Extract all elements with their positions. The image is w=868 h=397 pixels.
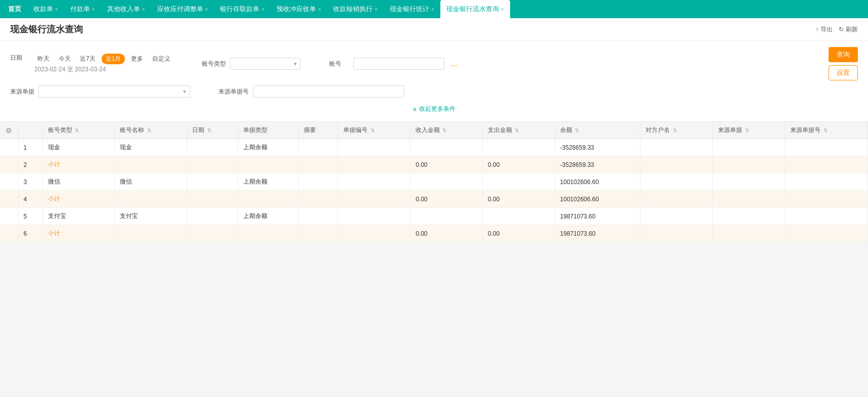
date-btn-1month[interactable]: 近1月: [102, 54, 125, 64]
account-type-select[interactable]: [230, 58, 301, 70]
table-cell: [482, 208, 555, 225]
table-cell: 2: [18, 156, 42, 173]
table-cell: [338, 191, 410, 208]
table-cell: 6: [18, 225, 42, 242]
table-cell: 0.00: [410, 225, 483, 242]
refresh-button[interactable]: ↻ 刷新: [839, 25, 858, 34]
table-cell: [115, 191, 187, 208]
table-cell: [0, 191, 18, 208]
table-cell: 100102606.60: [555, 191, 641, 208]
col-balance[interactable]: 余额 ⇅: [555, 122, 641, 139]
table-cell: 0.00: [410, 156, 483, 173]
close-icon[interactable]: ×: [92, 7, 95, 12]
table-cell: [0, 139, 18, 156]
col-source-doc-no[interactable]: 来源单据号 ⇅: [785, 122, 868, 139]
table-cell: [187, 225, 238, 242]
nav-item-home[interactable]: 首页: [2, 0, 27, 18]
date-options: 昨天 今天 近7天 近1月 更多 自定义: [34, 54, 173, 64]
table-row: 5支付宝支付宝上期余额19871073.60: [0, 208, 868, 225]
table-cell: [338, 173, 410, 191]
source-doc-select[interactable]: [38, 85, 190, 98]
table-cell: [641, 156, 713, 173]
table-cell: 19871073.60: [555, 208, 641, 225]
date-btn-7days[interactable]: 近7天: [77, 54, 99, 64]
close-icon[interactable]: ×: [375, 7, 378, 12]
table-cell: 小计: [42, 225, 115, 242]
header-actions: ↑ 导出 ↻ 刷新: [815, 25, 858, 34]
table-cell: 上期余额: [238, 139, 299, 156]
table-row: 6小计0.000.0019871073.60: [0, 225, 868, 242]
table-cell: [482, 139, 555, 156]
table-cell: [641, 208, 713, 225]
action-buttons: 查询 设置: [829, 47, 858, 80]
table-cell: 现金: [42, 139, 115, 156]
date-btn-more[interactable]: 更多: [128, 54, 146, 64]
table-cell: [0, 208, 18, 225]
export-button[interactable]: ↑ 导出: [815, 25, 833, 34]
refresh-icon: ↻: [839, 26, 844, 33]
table-header-row: ⚙ 账号类型 ⇅ 账号名称 ⇅ 日期 ⇅ 单据类型 摘要 单据编号 ⇅ 收入金额…: [0, 122, 868, 139]
filter-row-1: 日期 昨天 今天 近7天 近1月 更多 自定义 2023-02-24 至 202…: [10, 47, 858, 80]
query-button[interactable]: 查询: [829, 47, 858, 62]
collapse-bar[interactable]: ∧ 收起更多条件: [10, 103, 858, 115]
col-config[interactable]: ⚙: [0, 122, 18, 139]
source-doc-no-label: 来源单据号: [218, 87, 249, 96]
col-date[interactable]: 日期 ⇅: [187, 122, 238, 139]
close-icon[interactable]: ×: [55, 7, 58, 12]
table-cell: [785, 191, 868, 208]
table-cell: [238, 156, 299, 173]
table-cell: [187, 139, 238, 156]
settings-button[interactable]: 设置: [829, 65, 858, 80]
table-cell: [785, 225, 868, 242]
source-doc-no-input[interactable]: [253, 85, 404, 98]
sort-icon: ⇅: [442, 127, 446, 133]
nav-item-other-income[interactable]: 其他收入单 ×: [101, 0, 151, 18]
col-source-doc[interactable]: 来源单据 ⇅: [713, 122, 785, 139]
date-btn-yesterday[interactable]: 昨天: [34, 54, 53, 64]
nav-item-prepay-offset[interactable]: 预收冲应收单 ×: [270, 0, 327, 18]
nav-item-receipt[interactable]: 收款单 ×: [27, 0, 64, 18]
sort-icon: ⇅: [147, 127, 151, 133]
source-doc-select-wrapper[interactable]: [38, 85, 190, 98]
nav-item-bank-deposit[interactable]: 银行存取款单 ×: [214, 0, 270, 18]
table-cell: 0.00: [482, 156, 555, 173]
collapse-up-icon: ∧: [413, 106, 417, 113]
col-counterpart[interactable]: 对方户名 ⇅: [641, 122, 713, 139]
sort-icon: ⇅: [75, 127, 79, 133]
col-account-name[interactable]: 账号名称 ⇅: [115, 122, 187, 139]
date-filter-group: 日期 昨天 今天 近7天 近1月 更多 自定义 2023-02-24 至 202…: [10, 54, 173, 74]
sort-icon: ⇅: [745, 127, 749, 133]
table-cell: 5: [18, 208, 42, 225]
close-icon[interactable]: ×: [318, 7, 321, 12]
table-cell: [713, 225, 785, 242]
account-type-select-wrapper[interactable]: [230, 58, 301, 70]
close-icon[interactable]: ×: [261, 7, 264, 12]
table-cell: [482, 173, 555, 191]
table-cell: 微信: [115, 173, 187, 191]
date-btn-today[interactable]: 今天: [56, 54, 74, 64]
nav-item-cash-bank-flow[interactable]: 现金银行流水查询 ×: [440, 0, 510, 18]
table-cell: [0, 225, 18, 242]
close-icon[interactable]: ×: [142, 7, 145, 12]
col-account-type[interactable]: 账号类型 ⇅: [42, 122, 115, 139]
close-icon[interactable]: ×: [431, 7, 434, 12]
nav-item-payment[interactable]: 付款单 ×: [64, 0, 101, 18]
nav-item-ar-ap-adjust[interactable]: 应收应付调整单 ×: [151, 0, 214, 18]
data-table: ⚙ 账号类型 ⇅ 账号名称 ⇅ 日期 ⇅ 单据类型 摘要 单据编号 ⇅ 收入金额…: [0, 122, 868, 242]
date-btn-custom[interactable]: 自定义: [149, 54, 173, 64]
col-doc-no[interactable]: 单据编号 ⇅: [338, 122, 410, 139]
close-icon[interactable]: ×: [501, 7, 504, 12]
col-expense[interactable]: 支出金额 ⇅: [482, 122, 555, 139]
col-income[interactable]: 收入金额 ⇅: [410, 122, 483, 139]
table-cell: [785, 156, 868, 173]
table-cell: [0, 173, 18, 191]
nav-item-cash-bank-stat[interactable]: 现金银行统计 ×: [384, 0, 440, 18]
account-dots-button[interactable]: ...: [448, 59, 459, 68]
table-cell: [641, 139, 713, 156]
col-summary: 摘要: [299, 122, 338, 139]
source-doc-label: 来源单据: [10, 87, 34, 96]
account-input[interactable]: [353, 58, 444, 70]
close-icon[interactable]: ×: [205, 7, 208, 12]
table-cell: 支付宝: [42, 208, 115, 225]
nav-item-collection-verify[interactable]: 收款核销执行 ×: [327, 0, 384, 18]
